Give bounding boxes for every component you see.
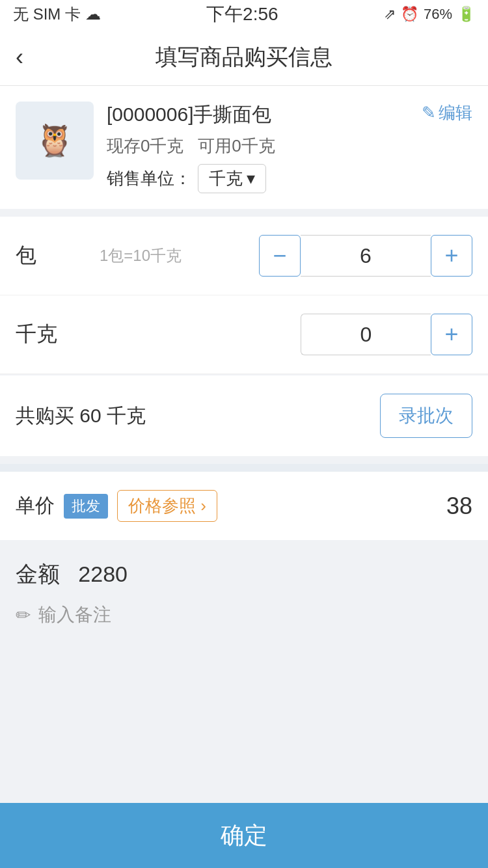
package-qty-control: − +	[259, 235, 472, 277]
unit-label: 销售单位：	[107, 167, 191, 190]
price-value: 38	[446, 493, 472, 520]
total-row: 共购买 60 千克 录批次	[0, 375, 488, 456]
product-name: [0000006]手撕面包	[107, 102, 409, 128]
sim-status: 无 SIM 卡 ☁	[13, 4, 101, 25]
package-hint: 1包=10千克	[100, 245, 182, 266]
kilogram-label: 千克	[16, 320, 158, 349]
remark-placeholder: 输入备注	[38, 603, 111, 627]
product-info: [0000006]手撕面包 现存0千克 可用0千克 销售单位： 千克 ▾	[107, 102, 409, 193]
kilogram-row: 千克 +	[0, 295, 488, 374]
status-right: ⇗ ⏰ 76% 🔋	[384, 6, 475, 23]
unit-select[interactable]: 千克 ▾	[198, 164, 266, 193]
product-logo-icon: 🦉	[35, 122, 74, 159]
quantity-section: 包 1包=10千克 − + 千克 +	[0, 217, 488, 374]
package-plus-button[interactable]: +	[431, 235, 472, 277]
section-divider	[0, 464, 488, 472]
amount-label: 金额	[16, 562, 60, 586]
package-label: 包	[16, 241, 93, 270]
status-left: 无 SIM 卡 ☁	[13, 4, 101, 25]
battery-level: 76%	[424, 6, 452, 23]
chevron-down-icon: ▾	[247, 169, 255, 189]
battery-icon: 🔋	[457, 6, 475, 23]
amount-section: 金额 2280 ✏ 输入备注	[0, 541, 488, 638]
package-row: 包 1包=10千克 − +	[0, 217, 488, 295]
price-ref-button[interactable]: 价格参照 ›	[117, 490, 217, 522]
price-tag: 批发	[64, 494, 108, 519]
available-label: 可用0千克	[198, 136, 275, 156]
remark-icon: ✏	[16, 604, 31, 626]
nav-bar: ‹ 填写商品购买信息	[0, 29, 488, 86]
alarm-icon: ⏰	[401, 6, 418, 23]
stock-label: 现存0千克	[107, 136, 183, 156]
confirm-button[interactable]: 确定	[0, 803, 488, 868]
product-stock: 现存0千克 可用0千克	[107, 135, 409, 157]
status-time: 下午2:56	[206, 2, 278, 27]
price-label: 单价	[16, 493, 55, 519]
back-button[interactable]: ‹	[16, 44, 23, 71]
edit-icon: ✎	[422, 103, 436, 123]
product-unit-row: 销售单位： 千克 ▾	[107, 164, 409, 193]
amount-row: 金额 2280	[16, 560, 472, 590]
location-icon: ⇗	[384, 6, 396, 23]
edit-button[interactable]: ✎ 编辑	[422, 102, 472, 124]
remark-row[interactable]: ✏ 输入备注	[16, 603, 472, 627]
unit-value: 千克	[209, 167, 243, 190]
kilogram-qty-control: +	[301, 314, 472, 355]
kilogram-plus-button[interactable]: +	[431, 314, 472, 355]
package-minus-button[interactable]: −	[259, 235, 301, 277]
package-qty-input[interactable]	[301, 235, 431, 277]
product-thumbnail: 🦉	[16, 102, 94, 180]
status-bar: 无 SIM 卡 ☁ 下午2:56 ⇗ ⏰ 76% 🔋	[0, 0, 488, 29]
price-section: 单价 批发 价格参照 › 38	[0, 472, 488, 540]
batch-button[interactable]: 录批次	[380, 394, 472, 438]
amount-value: 2280	[78, 562, 128, 586]
page-title: 填写商品购买信息	[156, 42, 332, 72]
price-row: 单价 批发 价格参照 › 38	[16, 490, 472, 522]
product-card: 🦉 [0000006]手撕面包 现存0千克 可用0千克 销售单位： 千克 ▾ ✎…	[0, 86, 488, 209]
edit-label: 编辑	[439, 102, 472, 124]
kilogram-qty-input[interactable]	[301, 314, 431, 355]
total-text: 共购买 60 千克	[16, 403, 146, 429]
